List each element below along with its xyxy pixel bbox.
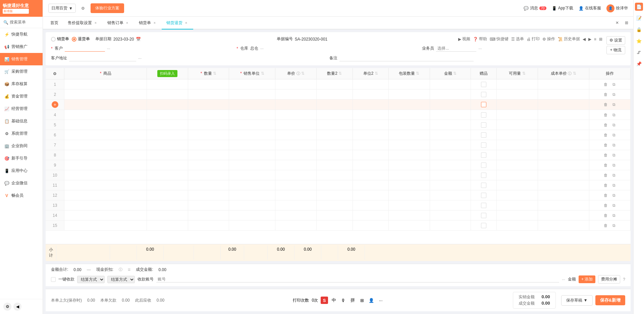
radio-sale[interactable]: 销货单 — [51, 36, 69, 42]
gift-checkbox-row-1[interactable] — [481, 82, 486, 87]
summary-method-select[interactable]: 结算方式 — [107, 276, 135, 283]
copy-row-icon[interactable]: ⧉ — [611, 112, 617, 118]
delete-row-icon[interactable]: 🗑 — [603, 152, 609, 158]
sidebar-item-apps[interactable]: 📱 应用中心 — [0, 165, 43, 177]
tab-close-sales-return[interactable]: × — [184, 20, 189, 25]
copy-row-icon[interactable]: ⧉ — [611, 223, 617, 229]
copy-row-icon[interactable]: ⧉ — [611, 132, 617, 138]
one-key-collect-checkbox[interactable] — [51, 277, 56, 282]
tab-close-sales-order[interactable]: × — [125, 20, 129, 25]
gift-checkbox-row-9[interactable] — [481, 163, 486, 168]
prev-action[interactable]: ◀ — [583, 37, 586, 42]
customer-input[interactable] — [65, 45, 105, 52]
cost-price-info-icon[interactable]: ⓘ — [568, 71, 572, 75]
right-panel-note-icon[interactable]: 📝 — [635, 14, 643, 22]
delete-row-icon[interactable]: 🗑 — [603, 202, 609, 208]
gift-checkbox-row-15[interactable] — [481, 223, 486, 228]
more-icon[interactable]: ··· — [377, 297, 384, 304]
s-icon[interactable]: S — [321, 297, 328, 304]
select-action[interactable]: ☰ 选单 — [511, 36, 524, 42]
sidebar-item-marketing[interactable]: 📢 营销推广 — [0, 41, 43, 53]
sort-amt-icon[interactable]: ⇅ — [453, 71, 457, 76]
sort-pq-icon[interactable]: ⇅ — [416, 71, 419, 76]
video-action[interactable]: ▶ 视频 — [458, 36, 470, 42]
tab-close-all[interactable]: ✕ — [613, 19, 621, 27]
copy-row-icon[interactable]: ⧉ — [611, 172, 617, 178]
staff-more-icon[interactable]: ··· — [478, 46, 482, 51]
tab-close-sales-bill[interactable]: × — [152, 20, 157, 25]
delete-row-icon[interactable]: 🗑 — [603, 81, 609, 87]
person-icon[interactable]: 👤 — [368, 297, 375, 304]
gift-checkbox-row-2[interactable] — [481, 92, 486, 97]
copy-row-icon[interactable]: ⧉ — [611, 212, 617, 218]
view-grid-icon[interactable]: ⊞ — [599, 37, 602, 42]
save-new-btn[interactable]: 保存&新增 — [595, 295, 625, 305]
delete-row-icon[interactable]: 🗑 — [603, 182, 609, 188]
fee-question-icon[interactable]: ? — [623, 277, 625, 282]
sidebar-item-inventory[interactable]: 📦 库存核算 — [0, 78, 43, 90]
sort-up-icon[interactable]: ⇅ — [301, 71, 305, 76]
sort-su-icon[interactable]: ⇅ — [261, 71, 264, 76]
gift-checkbox-row-4[interactable] — [481, 112, 486, 118]
app-download-btn[interactable]: 📱 App下载 — [552, 5, 573, 11]
user-profile[interactable]: 👤 徐泽华 — [606, 4, 628, 12]
sidebar-item-wechat[interactable]: 💬 企业微信 — [0, 177, 43, 189]
copy-row-icon[interactable]: ⧉ — [611, 122, 617, 128]
save-draft-btn[interactable]: 保存草稿 ▼ — [561, 295, 593, 306]
account-more-icon[interactable]: ··· — [562, 277, 565, 282]
sidebar-item-newbie[interactable]: 🎯 新手引导 — [0, 152, 43, 165]
scan-entry-btn[interactable]: 扫码录入 — [157, 70, 177, 77]
add-payment-btn[interactable]: + 添加 — [579, 275, 595, 283]
search-menu-item[interactable]: 🔍 搜索菜单 — [0, 17, 43, 28]
shortcut-action[interactable]: ⌨ 快捷键 — [490, 36, 508, 42]
tab-close-price-settings[interactable]: × — [93, 20, 98, 25]
delete-row-icon[interactable]: 🗑 — [603, 91, 609, 98]
sidebar-item-vip[interactable]: V 畅会员 — [0, 189, 43, 202]
operation-action[interactable]: ⚙ 操作 — [542, 36, 555, 42]
add-row-btn[interactable]: + — [52, 101, 58, 108]
experience-btn[interactable]: 体验行业方案 — [91, 3, 124, 13]
tab-sales-bill[interactable]: 销货单 × — [134, 17, 162, 29]
save-draft-dropdown-icon[interactable]: ▼ — [584, 298, 588, 303]
delete-row-icon[interactable]: 🗑 — [603, 172, 609, 178]
right-panel-star-icon[interactable]: ⭐ — [635, 37, 643, 45]
copy-row-icon[interactable]: ⧉ — [611, 142, 617, 148]
sidebar-item-basic[interactable]: 📋 基础信息 — [0, 115, 43, 127]
sort-u2-icon[interactable]: ⇅ — [375, 71, 378, 76]
delete-row-icon[interactable]: 🗑 — [603, 142, 609, 148]
warehouse-more-icon[interactable]: ··· — [260, 46, 264, 51]
gift-checkbox-row-14[interactable] — [481, 213, 486, 218]
messages-btn[interactable]: 💬 消息 70 — [524, 5, 546, 11]
gift-checkbox-row-8[interactable] — [481, 152, 486, 158]
copy-row-icon[interactable]: ⧉ — [611, 192, 617, 198]
delete-row-icon[interactable]: 🗑 — [603, 223, 609, 229]
payment-method-select[interactable]: 结算方式 — [77, 276, 105, 283]
delete-row-icon[interactable]: 🗑 — [603, 112, 609, 118]
gift-checkbox-row-5[interactable] — [481, 122, 486, 128]
sidebar-item-enterprise[interactable]: 🏢 企业协同 — [0, 140, 43, 152]
tab-maximize[interactable]: ⊞ — [623, 19, 631, 27]
sidebar-item-sales[interactable]: 📊 销售管理 — [0, 53, 43, 65]
gift-checkbox-row-10[interactable] — [481, 173, 486, 178]
right-panel-doc-icon[interactable]: 📄 — [635, 3, 643, 11]
delete-row-icon[interactable]: 🗑 — [603, 102, 609, 108]
next-action[interactable]: ▶ — [588, 37, 591, 42]
copy-row-icon[interactable]: ⧉ — [611, 182, 617, 188]
delete-row-icon[interactable]: 🗑 — [603, 122, 609, 128]
topbar-settings-icon[interactable]: ⚙ — [78, 4, 88, 13]
pinyin-icon[interactable]: 拼 — [349, 297, 356, 304]
table-icon[interactable]: ⊞ — [358, 297, 366, 304]
sort-avail-icon[interactable]: ⇅ — [522, 71, 526, 76]
remark-input[interactable] — [339, 55, 474, 61]
unit-price-info-icon[interactable]: ⓘ — [297, 71, 300, 75]
settings-btn[interactable]: ⚙ 设置 — [606, 36, 625, 45]
gift-checkbox-row-13[interactable] — [481, 203, 486, 208]
right-panel-link-icon[interactable]: 🖇 — [635, 48, 643, 56]
copy-row-icon[interactable]: ⧉ — [611, 81, 617, 87]
right-panel-lock-icon[interactable]: 🔒 — [635, 25, 643, 34]
zhong-icon[interactable]: 中 — [330, 297, 337, 304]
tab-price-settings[interactable]: 售价提取设置 × — [63, 17, 103, 29]
sidebar-item-shortcut[interactable]: ⚡ 快捷导航 — [0, 28, 43, 41]
settings-bottom-icon[interactable]: ⚙ — [3, 303, 11, 311]
sidebar-item-operations[interactable]: 📈 经营管理 — [0, 103, 43, 115]
